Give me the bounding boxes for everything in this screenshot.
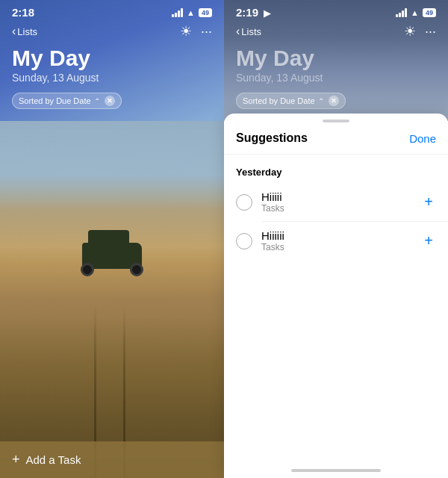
- suggestion-item-1: Hiiiii Tasks +: [224, 183, 448, 221]
- status-icons-left: ▲ 49: [172, 8, 212, 17]
- suggestion-item-2: Hiiiiii Tasks +: [224, 222, 448, 260]
- suggestion-subtitle-2: Tasks: [261, 242, 412, 252]
- bottom-sheet: Suggestions Done Yesterday Hiiiii Tasks …: [224, 114, 448, 478]
- signal-icon: [172, 8, 183, 17]
- location-icon: ▶: [264, 8, 270, 19]
- sort-chip-close-left[interactable]: ✕: [105, 96, 115, 106]
- page-subtitle-right: Sunday, 13 August: [236, 72, 436, 84]
- sort-chip-right[interactable]: Sorted by Due Date ⌃ ✕: [236, 93, 346, 109]
- nav-bar-left: ‹ Lists ☀ ···: [12, 22, 212, 46]
- home-bar: [291, 469, 381, 472]
- suggestion-checkbox-1[interactable]: [236, 194, 252, 211]
- sheet-section-label: Yesterday: [236, 167, 281, 178]
- status-icons-right: ▲ 49: [396, 8, 436, 17]
- sun-icon-right[interactable]: ☀: [404, 23, 416, 40]
- page-title-left: My Day: [12, 46, 212, 70]
- sheet-header: Suggestions Done: [224, 125, 448, 155]
- page-subtitle-left: Sunday, 13 August: [12, 72, 212, 84]
- background-image-left: + Add a Task: [0, 121, 224, 478]
- nav-actions-right: ☀ ···: [404, 23, 436, 40]
- more-icon-right[interactable]: ···: [425, 24, 436, 40]
- suggestion-add-button-2[interactable]: +: [421, 231, 436, 251]
- add-task-bar[interactable]: + Add a Task: [0, 441, 224, 478]
- suggestion-add-button-1[interactable]: +: [421, 192, 436, 212]
- suggestion-checkbox-2[interactable]: [236, 233, 252, 249]
- sort-chip-text-left: Sorted by Due Date: [19, 96, 91, 105]
- add-task-plus-icon: +: [12, 452, 20, 468]
- jeep-wheel-left: [81, 263, 94, 276]
- right-header: 2:19 ▶ ▲ 49 ‹ Lists ☀ ··· My Day Sunday,…: [224, 0, 448, 121]
- back-button-left[interactable]: ‹ Lists: [12, 25, 37, 38]
- suggestion-text-2: Hiiiiii Tasks: [261, 229, 412, 252]
- battery-badge-right: 49: [423, 8, 436, 17]
- battery-badge-left: 49: [199, 8, 212, 17]
- status-time-right: 2:19 ▶: [236, 6, 270, 19]
- suggestion-title-1: Hiiiii: [261, 190, 412, 203]
- back-chevron-icon: ‹: [12, 25, 16, 38]
- left-panel: 2:18 ▲ 49 ‹ Lists ☀ ··· My Day Sunday, 1…: [0, 0, 224, 478]
- sheet-handle-row: [224, 114, 448, 125]
- sheet-done-button[interactable]: Done: [409, 132, 436, 145]
- left-header: 2:18 ▲ 49 ‹ Lists ☀ ··· My Day Sunday, 1…: [0, 0, 224, 121]
- suggestion-title-2: Hiiiiii: [261, 229, 412, 242]
- sheet-title: Suggestions: [236, 131, 308, 145]
- wifi-icon: ▲: [187, 8, 195, 17]
- sheet-section-yesterday: Yesterday: [224, 155, 448, 183]
- sun-icon-left[interactable]: ☀: [180, 23, 192, 40]
- sort-chip-arrow-left: ⌃: [94, 97, 100, 105]
- more-icon-left[interactable]: ···: [201, 24, 212, 40]
- sort-chip-arrow-right: ⌃: [318, 97, 324, 105]
- jeep-illustration: [75, 228, 149, 280]
- page-title-right: My Day: [236, 46, 436, 70]
- back-label-left: Lists: [17, 26, 37, 37]
- sort-chip-close-right[interactable]: ✕: [329, 96, 339, 106]
- suggestion-text-1: Hiiiii Tasks: [261, 190, 412, 214]
- suggestion-subtitle-1: Tasks: [261, 203, 412, 214]
- sort-chip-text-right: Sorted by Due Date: [243, 96, 315, 105]
- sheet-handle: [323, 120, 349, 122]
- add-task-label: Add a Task: [26, 453, 81, 466]
- nav-bar-right: ‹ Lists ☀ ···: [236, 22, 436, 46]
- status-time-left: 2:18: [12, 6, 34, 19]
- signal-icon-right: [396, 8, 407, 17]
- status-bar-left: 2:18 ▲ 49: [12, 0, 212, 22]
- nav-actions-left: ☀ ···: [180, 23, 212, 40]
- home-indicator-right: [224, 463, 448, 478]
- jeep-wheel-right: [130, 263, 143, 276]
- right-panel: 2:19 ▶ ▲ 49 ‹ Lists ☀ ··· My Day Sunday,…: [224, 0, 448, 478]
- back-label-right: Lists: [241, 26, 261, 37]
- back-chevron-icon-right: ‹: [236, 25, 240, 38]
- back-button-right[interactable]: ‹ Lists: [236, 25, 261, 38]
- status-bar-right: 2:19 ▶ ▲ 49: [236, 0, 436, 22]
- safari-background: [0, 121, 224, 478]
- sort-chip-left[interactable]: Sorted by Due Date ⌃ ✕: [12, 93, 122, 109]
- wifi-icon-right: ▲: [411, 8, 419, 17]
